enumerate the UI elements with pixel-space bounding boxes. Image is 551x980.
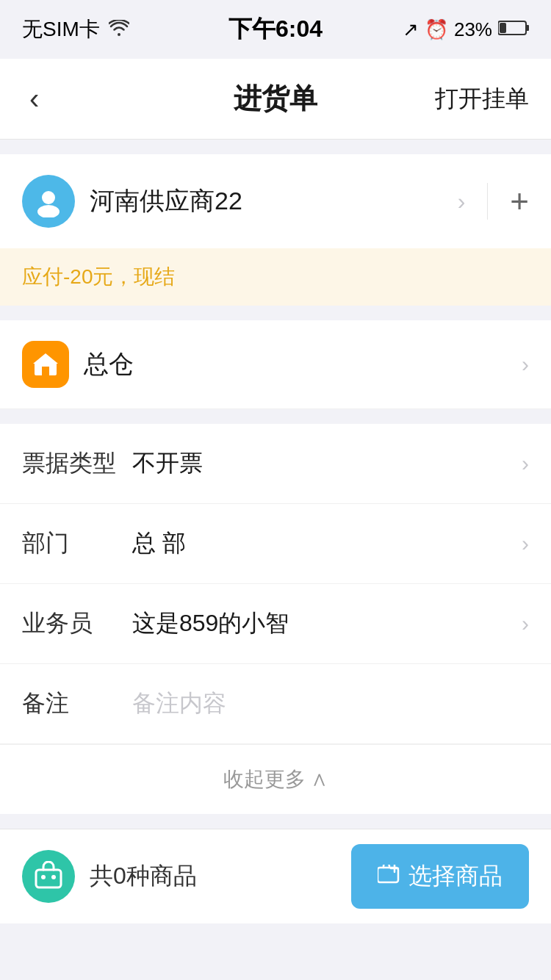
form-section: 票据类型 不开票 › 部门 总 部 › 业务员 这是859的小智 › 备注 备注… <box>0 424 551 814</box>
svg-point-3 <box>42 191 55 204</box>
salesperson-row[interactable]: 业务员 这是859的小智 › <box>0 584 551 664</box>
svg-rect-8 <box>36 870 61 887</box>
salesperson-chevron: › <box>522 611 529 636</box>
svg-marker-6 <box>33 353 58 364</box>
supplier-divider <box>487 183 488 220</box>
svg-rect-7 <box>42 367 49 375</box>
svg-rect-2 <box>500 23 506 33</box>
supplier-avatar <box>22 175 75 228</box>
collapse-label: 收起更多 ∧ <box>223 768 328 790</box>
warehouse-chevron-icon: › <box>522 352 529 377</box>
notice-text: 应付-20元，现结 <box>22 265 175 288</box>
form-gap-2 <box>0 409 551 424</box>
battery-label: 23% <box>454 18 492 41</box>
department-label: 部门 <box>22 527 132 560</box>
location-icon: ↗ <box>403 18 419 41</box>
warehouse-row[interactable]: 总仓 › <box>0 320 551 409</box>
open-pending-button[interactable]: 打开挂单 <box>435 83 529 115</box>
salesperson-value: 这是859的小智 <box>132 608 514 640</box>
invoice-type-label: 票据类型 <box>22 447 132 480</box>
warehouse-name: 总仓 <box>84 347 522 381</box>
nav-bar: ‹ 进货单 打开挂单 <box>0 59 551 140</box>
select-product-icon <box>378 864 401 889</box>
supplier-section: 河南供应商22 › + 应付-20元，现结 <box>0 154 551 306</box>
product-icon <box>22 850 75 903</box>
bottom-bar: 共0种商品 选择商品 <box>0 829 551 923</box>
department-chevron: › <box>522 531 529 556</box>
section-gap-1 <box>0 140 551 154</box>
page-title: 进货单 <box>234 80 317 118</box>
supplier-add-button[interactable]: + <box>510 183 529 220</box>
form-gap-1 <box>0 306 551 320</box>
department-row[interactable]: 部门 总 部 › <box>0 504 551 584</box>
department-value: 总 部 <box>132 527 514 560</box>
carrier-label: 无SIM卡 <box>22 15 100 43</box>
supplier-row[interactable]: 河南供应商22 › + <box>0 154 551 248</box>
invoice-type-row[interactable]: 票据类型 不开票 › <box>0 424 551 504</box>
page-rest <box>0 923 551 980</box>
svg-point-9 <box>41 875 46 879</box>
notice-banner: 应付-20元，现结 <box>0 248 551 306</box>
select-product-label: 选择商品 <box>408 860 503 893</box>
collapse-button[interactable]: 收起更多 ∧ <box>0 744 551 814</box>
invoice-type-value: 不开票 <box>132 447 514 480</box>
product-count-label: 共0种商品 <box>90 860 351 893</box>
status-left: 无SIM卡 <box>22 15 129 43</box>
status-right: ↗ ⏰ 23% <box>403 18 529 41</box>
back-button[interactable]: ‹ <box>22 75 46 123</box>
wifi-icon <box>109 18 129 41</box>
supplier-name: 河南供应商22 <box>90 184 458 218</box>
svg-rect-1 <box>526 25 529 31</box>
alarm-icon: ⏰ <box>425 18 448 41</box>
salesperson-label: 业务员 <box>22 608 132 640</box>
battery-icon <box>498 18 529 41</box>
svg-point-10 <box>51 875 56 879</box>
status-time: 下午6:04 <box>228 13 323 46</box>
invoice-type-chevron: › <box>522 451 529 476</box>
supplier-chevron-icon: › <box>458 188 466 215</box>
select-product-button[interactable]: 选择商品 <box>351 844 529 909</box>
svg-point-4 <box>37 205 60 217</box>
remark-label: 备注 <box>22 688 132 720</box>
remark-value[interactable]: 备注内容 <box>132 688 529 720</box>
status-bar: 无SIM卡 下午6:04 ↗ ⏰ 23% <box>0 0 551 59</box>
warehouse-icon <box>22 341 69 388</box>
remark-row[interactable]: 备注 备注内容 <box>0 664 551 744</box>
